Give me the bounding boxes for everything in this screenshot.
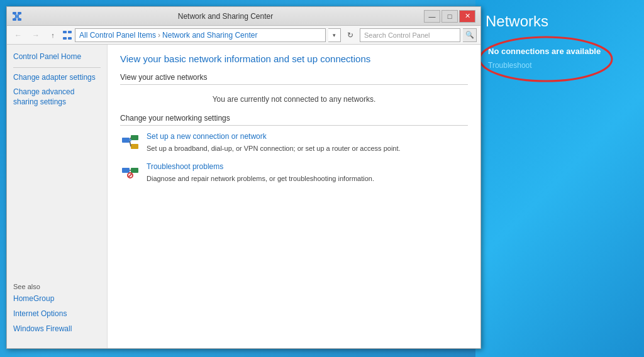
svg-rect-19 [122, 168, 130, 173]
svg-rect-10 [68, 31, 72, 33]
svg-rect-11 [63, 37, 67, 40]
troubleshoot-panel-link[interactable]: Troubleshoot [488, 61, 601, 70]
setting-item-troubleshoot: Troubleshoot problems Diagnose and repai… [120, 162, 468, 184]
active-networks-header: View your active networks [120, 73, 468, 85]
search-button[interactable]: 🔍 [463, 28, 477, 42]
svg-rect-1 [18, 12, 21, 14]
close-button[interactable]: ✕ [459, 10, 475, 23]
up-button[interactable]: ↑ [46, 28, 60, 42]
sidebar-divider-1 [13, 67, 101, 68]
maximize-button[interactable]: □ [441, 10, 458, 23]
troubleshoot-link-main[interactable]: Troubleshoot problems [147, 162, 468, 171]
breadcrumb-network-sharing[interactable]: Network and Sharing Center [162, 31, 257, 40]
address-bar: ← → ↑ All Control Panel Items › Network … [7, 26, 480, 45]
connection-setup-icon [120, 132, 140, 152]
svg-rect-14 [131, 135, 138, 140]
new-connection-link[interactable]: Set up a new connection or network [147, 132, 468, 141]
sidebar-windows-firewall[interactable]: Windows Firewall [13, 324, 101, 334]
networks-panel: Networks No connections are available Tr… [475, 0, 644, 357]
see-also-label: See also [13, 283, 101, 290]
breadcrumb-arrow: › [158, 31, 160, 40]
svg-rect-15 [131, 144, 138, 149]
setting-text-troubleshoot: Troubleshoot problems Diagnose and repai… [147, 162, 468, 184]
svg-rect-0 [13, 12, 16, 14]
svg-line-23 [128, 173, 132, 177]
svg-rect-9 [63, 31, 67, 33]
setting-text-new-connection: Set up a new connection or network Set u… [147, 132, 468, 153]
svg-rect-3 [18, 18, 21, 21]
new-connection-desc: Set up a broadband, dial-up, or VPN conn… [147, 145, 401, 152]
svg-rect-20 [131, 168, 138, 173]
search-box[interactable]: Search Control Panel [360, 28, 460, 42]
address-dropdown[interactable]: ▾ [328, 28, 341, 42]
network-sharing-center-window: Network and Sharing Center — □ ✕ ← → ↑ A… [6, 6, 481, 349]
window-title: Network and Sharing Center [27, 12, 424, 21]
svg-rect-12 [68, 37, 72, 40]
change-settings-header: Change your networking settings [120, 114, 468, 126]
search-placeholder: Search Control Panel [364, 31, 430, 39]
forward-button[interactable]: → [28, 28, 43, 42]
troubleshoot-icon [120, 162, 140, 182]
svg-rect-4 [15, 14, 19, 18]
minimize-button[interactable]: — [424, 10, 440, 23]
sidebar-homegroup[interactable]: HomeGroup [13, 294, 101, 304]
svg-point-18 [129, 139, 131, 141]
sidebar: Control Panel Home Change adapter settin… [7, 45, 108, 348]
control-panel-icon [62, 30, 72, 40]
troubleshoot-desc: Diagnose and repair network problems, or… [147, 175, 374, 182]
no-connections-text: No connections are available [488, 47, 601, 56]
content-area: Control Panel Home Change adapter settin… [7, 45, 480, 348]
sidebar-change-adapter[interactable]: Change adapter settings [13, 73, 101, 83]
address-path[interactable]: All Control Panel Items › Network and Sh… [75, 28, 326, 42]
sidebar-internet-options[interactable]: Internet Options [13, 309, 101, 319]
window-controls: — □ ✕ [424, 10, 475, 23]
window-icon [12, 11, 22, 21]
svg-rect-2 [13, 18, 16, 21]
refresh-button[interactable]: ↻ [343, 28, 357, 42]
sidebar-advanced-sharing[interactable]: Change advanced sharing settings [13, 87, 101, 107]
networks-panel-title: Networks [486, 13, 634, 30]
sidebar-control-panel-home[interactable]: Control Panel Home [13, 52, 101, 62]
setting-item-new-connection: Set up a new connection or network Set u… [120, 132, 468, 153]
page-title: View your basic network information and … [120, 53, 468, 64]
main-content: View your basic network information and … [108, 45, 480, 348]
active-networks-message: You are currently not connected to any n… [120, 90, 468, 114]
breadcrumb-control-panel[interactable]: All Control Panel Items [79, 31, 156, 40]
title-bar: Network and Sharing Center — □ ✕ [7, 7, 480, 26]
back-button[interactable]: ← [11, 28, 26, 42]
svg-rect-13 [122, 138, 130, 143]
